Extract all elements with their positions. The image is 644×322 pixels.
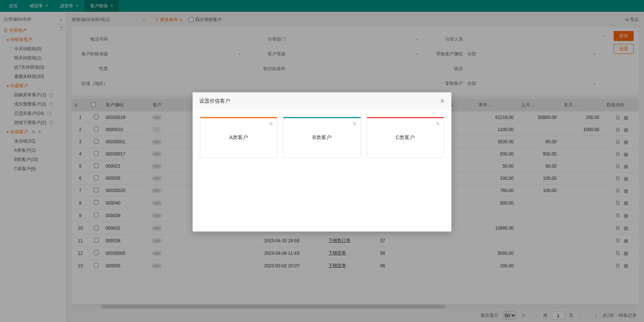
value-card-a[interactable]: ✎A类客户 — [200, 117, 277, 158]
value-card-c[interactable]: ✎C类客户 — [367, 117, 444, 158]
card-label: A类客户 — [229, 134, 248, 141]
value-customer-modal: 设置价值客户 ✕ ✎A类客户✎B类客户✎C类客户 — [193, 92, 451, 232]
edit-icon[interactable]: ✎ — [269, 121, 273, 127]
edit-icon[interactable]: ✎ — [436, 121, 440, 127]
modal-overlay[interactable]: 设置价值客户 ✕ ✎A类客户✎B类客户✎C类客户 — [0, 0, 644, 322]
edit-icon[interactable]: ✎ — [353, 121, 357, 127]
modal-title: 设置价值客户 — [199, 98, 230, 105]
card-label: C类客户 — [396, 134, 415, 141]
value-card-b[interactable]: ✎B类客户 — [283, 117, 360, 158]
card-label: B类客户 — [312, 134, 331, 141]
close-icon[interactable]: ✕ — [440, 97, 445, 105]
